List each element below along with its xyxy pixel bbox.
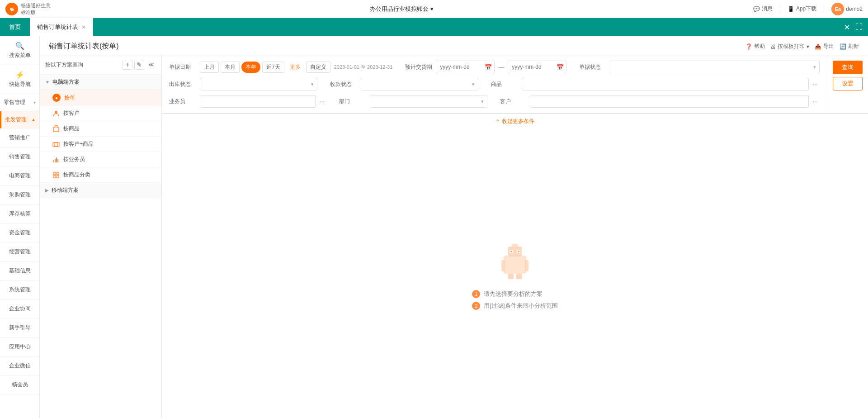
salesperson-more-btn[interactable]: ··· <box>317 98 326 105</box>
salesperson-label: 业务员 <box>169 98 196 105</box>
date-range-display: 2023-01-01 至 2023-12-31 <box>334 64 393 71</box>
date-btn-this-year[interactable]: 本年 <box>241 62 260 73</box>
query-button[interactable]: 查询 <box>833 61 863 74</box>
app-download-action[interactable]: 📱 App下载 <box>788 5 816 13</box>
collapse-panel-btn[interactable]: ≪ <box>146 60 156 70</box>
bill-status-select[interactable]: 待审核 已审核 已关闭 <box>610 61 820 73</box>
message-icon: 💬 <box>753 6 760 12</box>
filter-row-2: 出库状态 未出库 部分出库 全部出库 收款状态 <box>169 78 820 90</box>
refresh-btn[interactable]: 🔄 刷新 <box>840 43 859 50</box>
scheme-item-by-customer[interactable]: 按客户 <box>40 106 161 121</box>
sidebar-item-retail-mgmt[interactable]: 零售管理 ▾ <box>0 94 39 111</box>
sidebar-item-wholesale-mgmt[interactable]: 批发管理 ▲ <box>0 111 39 128</box>
scheme-item-by-goods[interactable]: 按商品 <box>40 121 161 137</box>
ecommerce-label: 电商管理 <box>9 172 31 180</box>
sidebar-item-finance[interactable]: 资金管理 <box>0 223 39 242</box>
top-bar: 畅 畅捷通好生意 标准版 办公用品行业模拟账套 ▾ 💬 消息 📱 App下载 E… <box>0 0 868 18</box>
goods-more-btn[interactable]: ··· <box>811 81 820 88</box>
workspace-selector[interactable]: 办公用品行业模拟账套 ▾ <box>370 5 434 13</box>
template-print-label: 按模板打印 <box>778 43 805 50</box>
customer-label: 客户 <box>500 98 527 105</box>
salesperson-input[interactable] <box>200 95 316 108</box>
help-btn[interactable]: ❓ 帮助 <box>745 43 765 50</box>
filter-action-buttons: 查询 设置 <box>827 55 868 113</box>
scheme-item-by-order[interactable]: ● 按单 <box>40 90 161 106</box>
svg-rect-11 <box>57 172 59 175</box>
payment-status-select[interactable]: 未收款 部分收款 已收款 <box>361 78 478 90</box>
minimize-btn[interactable]: ✕ <box>844 23 850 32</box>
print-icon: 🖨 <box>770 43 776 50</box>
scheme-item-by-category[interactable]: 按商品分类 <box>40 167 161 183</box>
customer-input[interactable] <box>531 95 809 108</box>
sidebar-item-purchase[interactable]: 采购管理 <box>0 185 39 204</box>
date-btn-this-month[interactable]: 本月 <box>221 62 240 73</box>
sidebar-item-operations[interactable]: 经营管理 <box>0 242 39 261</box>
help-label: 帮助 <box>754 43 765 50</box>
pc-scheme-group-header[interactable]: ▼ 电脑端方案 <box>40 75 161 90</box>
mobile-icon: 📱 <box>788 6 794 12</box>
calendar-start-icon[interactable]: 📅 <box>485 64 492 71</box>
user-action[interactable]: Ea demo2 <box>831 3 863 15</box>
add-scheme-btn[interactable]: + <box>123 60 132 70</box>
sidebar-item-ecommerce[interactable]: 电商管理 <box>0 166 39 185</box>
department-label: 部门 <box>339 98 366 105</box>
workspace-dropdown-icon[interactable]: ▾ <box>430 5 434 12</box>
pc-group-label: 电脑端方案 <box>52 78 80 86</box>
workspace-area[interactable]: 办公用品行业模拟账套 ▾ <box>51 5 753 13</box>
customer-more-btn[interactable]: ··· <box>811 98 820 105</box>
collapse-bar[interactable]: ⌃ 收起更多条件 <box>162 114 868 129</box>
calendar-end-icon[interactable]: 📅 <box>557 64 564 71</box>
refresh-label: 刷新 <box>848 43 859 50</box>
date-separator: — <box>498 64 504 71</box>
sidebar-item-member[interactable]: 畅会员 <box>0 375 39 394</box>
sidebar-item-inventory[interactable]: 库存核算 <box>0 204 39 223</box>
date-btn-last7days[interactable]: 近7天 <box>262 62 284 73</box>
scheme-item-by-customer-goods[interactable]: 按客户+商品 <box>40 137 161 152</box>
mobile-scheme-group-header[interactable]: ▶ 移动端方案 <box>40 183 161 198</box>
svg-rect-8 <box>56 157 57 162</box>
sidebar-item-new-guide[interactable]: 新手引导 <box>0 318 39 337</box>
sidebar-item-enterprise-wechat[interactable]: 企业微信 <box>0 356 39 375</box>
sidebar-item-label: 搜索菜单 <box>9 52 31 59</box>
tab-sales-order[interactable]: 销售订单统计表 × <box>30 18 93 36</box>
sidebar-item-sales-mgmt[interactable]: 销售管理 <box>0 147 39 166</box>
by-category-icon <box>52 171 60 179</box>
maximize-btn[interactable]: ⛶ <box>855 23 863 31</box>
sidebar-item-search-menu[interactable]: 🔍 搜索菜单 <box>0 36 39 65</box>
svg-rect-21 <box>525 260 528 271</box>
pc-group-arrow: ▼ <box>45 80 50 85</box>
member-label: 畅会员 <box>12 381 28 389</box>
mobile-group-arrow: ▶ <box>45 188 49 193</box>
date-btn-last-month[interactable]: 上月 <box>200 62 219 73</box>
date-label: 单据日期 <box>169 63 196 71</box>
department-select[interactable] <box>370 95 487 108</box>
sidebar-item-quick-nav[interactable]: ⚡ 快捷导航 <box>0 65 39 94</box>
sidebar-item-app-center[interactable]: 应用中心 <box>0 337 39 356</box>
left-panel-title: 按以下方案查询 <box>45 61 83 69</box>
svg-rect-10 <box>53 172 56 175</box>
goods-input[interactable] <box>522 78 809 90</box>
export-btn[interactable]: 📤 导出 <box>815 43 834 50</box>
template-print-btn[interactable]: 🖨 按模板打印 ▾ <box>770 43 809 50</box>
message-action[interactable]: 💬 消息 <box>753 5 773 13</box>
mobile-scheme-group: ▶ 移动端方案 <box>40 183 161 198</box>
svg-rect-24 <box>512 244 518 247</box>
delivery-status-select[interactable]: 未出库 部分出库 全部出库 <box>200 78 317 90</box>
svg-rect-6 <box>53 160 54 162</box>
sidebar-item-basic-info[interactable]: 基础信息 <box>0 261 39 280</box>
sidebar-item-system[interactable]: 系统管理 <box>0 280 39 299</box>
edit-scheme-btn[interactable]: ✎ <box>134 60 144 70</box>
new-guide-label: 新手引导 <box>9 324 31 332</box>
sidebar-item-enterprise-collab[interactable]: 企业协同 <box>0 299 39 318</box>
tab-close-btn[interactable]: × <box>82 24 85 31</box>
content-area: 销售订单统计表(按单) ❓ 帮助 🖨 按模板打印 ▾ 📤 导出 🔄 刷新 <box>40 36 868 418</box>
settings-button[interactable]: 设置 <box>833 77 863 90</box>
tab-home[interactable]: 首页 <box>0 18 30 36</box>
by-customer-icon <box>52 110 60 117</box>
sidebar-item-marketing[interactable]: 营销推广 <box>0 128 39 147</box>
separator2 <box>824 5 824 13</box>
date-btn-custom[interactable]: 自定义 <box>306 62 330 73</box>
scheme-item-label: 按业务员 <box>63 156 85 163</box>
scheme-item-by-salesperson[interactable]: 按业务员 <box>40 152 161 167</box>
date-btn-more[interactable]: 更多 <box>286 62 304 72</box>
